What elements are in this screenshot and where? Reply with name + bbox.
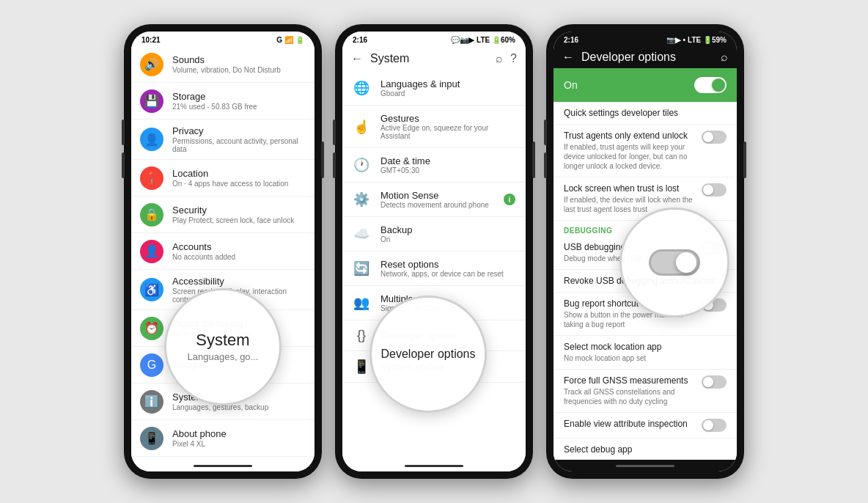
dev-item-1[interactable]: Trust agents only extend unlock If enabl… xyxy=(553,125,737,177)
dev-title-6: Bug report shortcut xyxy=(564,298,696,309)
dev-item-2[interactable]: Lock screen when trust is lost If enable… xyxy=(553,177,737,221)
dev-sub-7: No mock location app set xyxy=(564,353,661,363)
sys-icon-motionsense: ⚙️ xyxy=(353,191,370,208)
top-bar-2: ← System ⌕ ? xyxy=(342,46,526,71)
system-item-languages[interactable]: 🌐 Languages & input Gboard xyxy=(342,71,526,106)
dev-item-10[interactable]: Select debug app xyxy=(553,438,737,460)
search-icon-3[interactable]: ⌕ xyxy=(721,51,728,64)
system-item-gestures[interactable]: ☝️ Gestures Active Edge on, squeeze for … xyxy=(342,106,526,148)
sys-icon-sysupdate: 📱 xyxy=(353,359,370,375)
title-location: Location xyxy=(172,168,306,179)
settings-item-digital-wellbeing[interactable]: ⏰ Digital Wellbeing Screen time, Wind Do… xyxy=(131,310,315,347)
system-item-datetime[interactable]: 🕐 Date & time GMT+05:30 xyxy=(342,148,526,183)
dev-title-7: Select mock location app xyxy=(564,342,661,352)
subtitle-location: On · 4 apps have access to location xyxy=(172,180,306,188)
system-item-sysupdate[interactable]: 📱 System update xyxy=(342,351,526,383)
dev-sub-4: Debug mode when USB is connected xyxy=(564,254,685,263)
settings-item-accessibility[interactable]: ♿ Accessibility Screen readers, display,… xyxy=(131,270,315,310)
settings-item-sounds[interactable]: 🔊 Sounds Volume, vibration, Do Not Distu… xyxy=(131,46,315,83)
home-bar-2 xyxy=(342,460,526,471)
title-privacy: Privacy xyxy=(172,125,306,136)
time-1: 10:21 xyxy=(141,36,161,44)
title-digital-wellbeing: Digital Wellbeing xyxy=(172,318,306,329)
system-item-backup[interactable]: ☁️ Backup On xyxy=(342,217,526,252)
sys-title-gestures: Gestures xyxy=(380,113,515,124)
toggle-2[interactable] xyxy=(702,183,727,197)
sys-icon-devopt: {} xyxy=(353,328,370,343)
dev-item-6[interactable]: Bug report shortcut Show a button in the… xyxy=(553,293,737,336)
settings-item-accounts[interactable]: 👤 Accounts No accounts added xyxy=(131,233,315,270)
status-bar-3: 2:16 📷▶ • LTE 🔋59% xyxy=(553,32,737,46)
sys-sub-gestures: Active Edge on, squeeze for your Assista… xyxy=(380,124,515,140)
status-bar-2: 2:16 💬📷▶ LTE 🔋60% xyxy=(342,32,526,46)
icon-sounds: 🔊 xyxy=(140,53,163,76)
toggle-6[interactable] xyxy=(702,298,727,312)
dev-item-0[interactable]: Quick settings developer tiles xyxy=(553,102,737,125)
sys-title-backup: Backup xyxy=(380,224,515,235)
sys-sub-datetime: GMT+05:30 xyxy=(380,166,515,175)
system-item-reset[interactable]: 🔄 Reset options Network, apps, or device… xyxy=(342,252,526,286)
sys-icon-reset: 🔄 xyxy=(353,260,370,276)
subtitle-system: Languages, gestures, backup xyxy=(172,403,306,411)
toggle-8[interactable] xyxy=(702,375,727,389)
settings-item-security[interactable]: 🔒 Security Play Protect, screen lock, fa… xyxy=(131,197,315,233)
home-bar-1 xyxy=(131,460,315,471)
dev-item-5[interactable]: Revoke USB debugging authorizations xyxy=(553,270,737,293)
dev-options-title: Developer options xyxy=(581,51,713,64)
dev-title-0: Quick settings developer tiles xyxy=(564,108,678,118)
status-bar-1: 10:21 G 📶 🔋 xyxy=(131,32,315,46)
dev-sub-2: If enabled, the device will lock when th… xyxy=(564,195,696,214)
dev-section-DEBUGGING: DEBUGGING xyxy=(553,221,737,236)
sys-icon-languages: 🌐 xyxy=(353,80,370,96)
dev-item-8[interactable]: Force full GNSS measurements Track all G… xyxy=(553,370,737,413)
subtitle-digital-wellbeing: Screen time, Wind Down xyxy=(172,330,306,338)
dev-title-5: Revoke USB debugging authorizations xyxy=(564,276,715,286)
subtitle-storage: 21% used - 50.83 GB free xyxy=(172,103,306,111)
toggle-4[interactable] xyxy=(702,242,727,255)
phone-2: 2:16 💬📷▶ LTE 🔋60% ← System ⌕ ? 🌐 Languag… xyxy=(335,24,533,479)
system-title: System xyxy=(370,52,488,65)
subtitle-about-phone: Pixel 4 XL xyxy=(172,440,306,448)
developer-toggle[interactable] xyxy=(694,77,727,93)
toggle-9[interactable] xyxy=(702,419,727,432)
settings-item-google[interactable]: G Google xyxy=(131,347,315,383)
settings-item-storage[interactable]: 💾 Storage 21% used - 50.83 GB free xyxy=(131,83,315,120)
system-item-motionsense[interactable]: ⚙️ Motion Sense Detects movement around … xyxy=(342,183,526,217)
dev-sub-6: Show a button in the power menu for taki… xyxy=(564,310,696,329)
system-list: 🌐 Languages & input Gboard ☝️ Gestures A… xyxy=(342,71,526,460)
help-icon-2[interactable]: ? xyxy=(510,52,517,65)
back-button-3[interactable]: ← xyxy=(562,51,574,64)
back-button-2[interactable]: ← xyxy=(351,52,363,65)
title-system: System xyxy=(172,392,306,403)
dev-title-8: Force full GNSS measurements xyxy=(564,375,696,386)
title-accounts: Accounts xyxy=(172,241,306,252)
sys-title-motionsense: Motion Sense xyxy=(380,190,493,201)
home-bar-3 xyxy=(553,460,737,471)
system-item-multipleusers[interactable]: 👥 Multiple users Signed in as Owner xyxy=(342,286,526,320)
time-2: 2:16 xyxy=(353,36,367,44)
phone-3: 2:16 📷▶ • LTE 🔋59% ← Developer options ⌕… xyxy=(546,24,744,479)
toggle-1[interactable] xyxy=(702,131,727,144)
dev-item-7[interactable]: Select mock location app No mock locatio… xyxy=(553,336,737,370)
title-accessibility: Accessibility xyxy=(172,276,306,287)
sys-sub-motionsense: Detects movement around phone xyxy=(380,201,493,209)
sys-sub-reset: Network, apps, or device can be reset xyxy=(380,270,515,278)
phone-1: 10:21 G 📶 🔋 🔊 Sounds Volume, vibration, … xyxy=(124,24,322,479)
icon-accounts: 👤 xyxy=(140,240,163,263)
settings-item-system[interactable]: ℹ️ System Languages, gestures, backup xyxy=(131,383,315,420)
settings-item-location[interactable]: 📍 Location On · 4 apps have access to lo… xyxy=(131,160,315,197)
subtitle-accessibility: Screen readers, display, interaction con… xyxy=(172,287,306,304)
dev-sub-1: If enabled, trust agents will keep your … xyxy=(564,142,696,171)
system-item-devopt[interactable]: {} Developer options xyxy=(342,320,526,351)
settings-item-privacy[interactable]: 👤 Privacy Permissions, account activity,… xyxy=(131,120,315,160)
dev-title-2: Lock screen when trust is lost xyxy=(564,183,696,194)
dev-item-4[interactable]: USB debugging Debug mode when USB is con… xyxy=(553,236,737,270)
icon-accessibility: ♿ xyxy=(140,278,163,301)
search-icon-2[interactable]: ⌕ xyxy=(496,52,503,65)
developer-list: Quick settings developer tiles Trust age… xyxy=(553,102,737,460)
sys-icon-gestures: ☝️ xyxy=(353,119,370,135)
title-storage: Storage xyxy=(172,91,306,102)
developer-on-bar: On xyxy=(553,68,737,102)
dev-item-9[interactable]: Enable view attribute inspection xyxy=(553,413,737,438)
settings-item-about-phone[interactable]: 📱 About phone Pixel 4 XL xyxy=(131,420,315,457)
